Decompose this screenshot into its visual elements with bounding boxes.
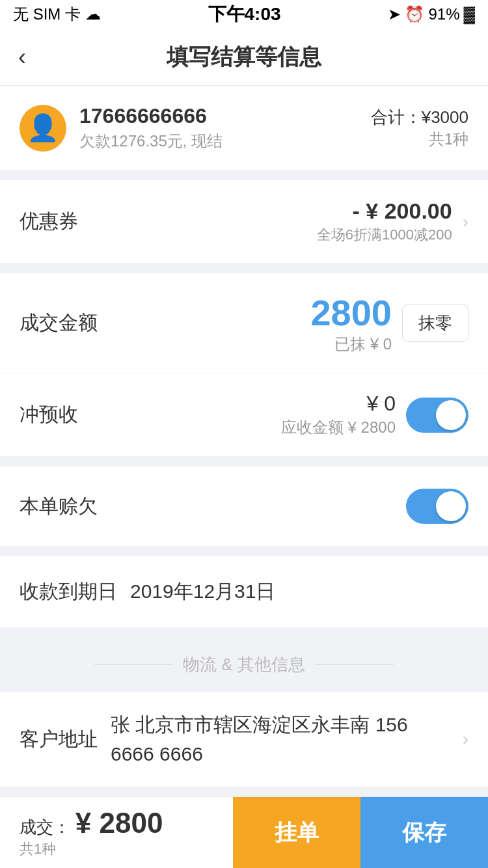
transaction-amount-label: 成交金额 [20, 310, 98, 336]
customer-right: 合计：¥3000 共1种 [371, 106, 468, 150]
bottom-transaction-label: 成交： [20, 817, 70, 837]
total-label: 合计：¥3000 [371, 106, 468, 129]
prepay-amount: ¥ 0 [281, 392, 396, 416]
transaction-amount-row: 成交金额 2800 已抹 ¥ 0 抹零 [0, 273, 488, 373]
coupon-discount: - ¥ 200.00 [317, 198, 452, 224]
back-button[interactable]: ‹ [18, 44, 26, 71]
hang-button[interactable]: 挂单 [233, 797, 360, 869]
transaction-amount-right: 2800 已抹 ¥ 0 抹零 [310, 292, 468, 355]
address-chevron-icon: › [463, 729, 468, 750]
status-left: 无 SIM 卡 ☁ [13, 4, 101, 25]
round-zero-button[interactable]: 抹零 [402, 305, 468, 342]
transaction-amount-value: 2800 [310, 292, 392, 334]
transaction-section: 成交金额 2800 已抹 ¥ 0 抹零 冲预收 ¥ 0 应收金额 ¥ 2800 [0, 273, 488, 456]
bottom-bar: 成交： ¥ 2800 共1种 挂单 保存 [0, 796, 488, 868]
person-icon: 👤 [27, 113, 59, 143]
status-bar: 无 SIM 卡 ☁ 下午4:03 ➤ ⏰ 91% ▓ [0, 0, 488, 29]
save-button[interactable]: 保存 [360, 797, 488, 869]
logistics-header-text: 物流 & 其他信息 [20, 653, 468, 676]
due-date-label: 收款到期日 [20, 578, 117, 605]
bottom-amount: ¥ 2800 [75, 807, 163, 839]
coupon-description: 全场6折满1000减200 [317, 225, 452, 245]
customer-debt-info: 欠款1276.35元, 现结 [79, 131, 223, 152]
location-icon: ➤ [388, 5, 401, 23]
avatar: 👤 [20, 105, 66, 152]
logistics-header: 物流 & 其他信息 [0, 638, 488, 692]
due-date-section: 收款到期日 2019年12月31日 [0, 556, 488, 627]
page-title: 填写结算等信息 [167, 42, 321, 72]
customer-phone: 17666666666 [79, 104, 223, 128]
status-right: ➤ ⏰ 91% ▓ [388, 5, 475, 23]
prepayment-toggle[interactable] [406, 398, 468, 433]
bottom-summary: 成交： ¥ 2800 共1种 [0, 807, 233, 859]
debt-row: 本单赊欠 [0, 467, 488, 546]
customer-card: 👤 17666666666 欠款1276.35元, 现结 合计：¥3000 共1… [0, 86, 488, 170]
prepay-right: ¥ 0 应收金额 ¥ 2800 [281, 392, 396, 438]
bottom-transaction-line: 成交： ¥ 2800 [20, 807, 213, 839]
address-row[interactable]: 客户地址 张 北京市市辖区海淀区永丰南 156 6666 6666 › [0, 692, 488, 787]
content: 👤 17666666666 欠款1276.35元, 现结 合计：¥3000 共1… [0, 86, 488, 868]
prepay-receivable: 应收金额 ¥ 2800 [281, 417, 396, 438]
address-value: 张 北京市市辖区海淀区永丰南 156 6666 6666 [111, 710, 450, 768]
customer-count: 共1种 [371, 129, 468, 150]
customer-info: 17666666666 欠款1276.35元, 现结 [79, 104, 223, 152]
bottom-count: 共1种 [20, 839, 213, 859]
due-date-row: 收款到期日 2019年12月31日 [0, 556, 488, 627]
coupon-row[interactable]: 优惠券 - ¥ 200.00 全场6折满1000减200 › [0, 180, 488, 263]
alarm-icon: ⏰ [405, 5, 424, 23]
prepayment-label: 冲预收 [20, 401, 78, 428]
customer-left: 👤 17666666666 欠款1276.35元, 现结 [20, 104, 223, 152]
prepayment-right: ¥ 0 应收金额 ¥ 2800 [281, 392, 468, 438]
debt-section: 本单赊欠 [0, 467, 488, 546]
rounded-info: 已抹 ¥ 0 [310, 334, 392, 355]
coupon-label: 优惠券 [20, 208, 78, 235]
due-date-value: 2019年12月31日 [130, 578, 275, 605]
address-label: 客户地址 [20, 726, 98, 753]
coupon-value: - ¥ 200.00 全场6折满1000减200 [317, 198, 452, 245]
coupon-right: - ¥ 200.00 全场6折满1000减200 › [317, 198, 468, 245]
battery-icon: ▓ [463, 5, 475, 23]
nav-bar: ‹ 填写结算等信息 [0, 29, 488, 86]
battery-level: 91% [428, 5, 459, 23]
sim-status: 无 SIM 卡 ☁ [13, 4, 101, 25]
debt-toggle[interactable] [406, 489, 468, 524]
debt-label: 本单赊欠 [20, 493, 98, 520]
status-time: 下午4:03 [208, 2, 281, 27]
prepayment-row: 冲预收 ¥ 0 应收金额 ¥ 2800 [0, 373, 488, 456]
coupon-chevron-icon: › [463, 211, 468, 232]
